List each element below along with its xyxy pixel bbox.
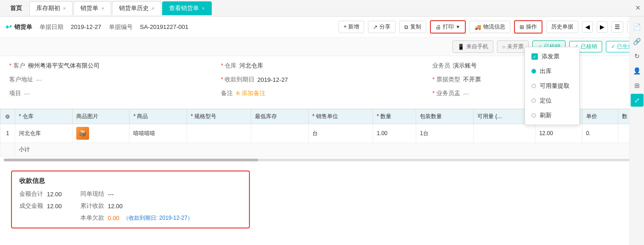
doc-title-text: 销货单 [14, 23, 32, 31]
available-label: 可用量提取 [540, 82, 570, 90]
th-image: 商品图片 [72, 109, 130, 124]
dropdown-out-stock[interactable]: 出库 [525, 64, 579, 79]
cumulative-label: 累计收款 [80, 202, 104, 210]
customer-label: 客户 [9, 62, 25, 70]
payment-date-label: 收款到期日 [221, 75, 255, 84]
from-phone-label: 来自手机 [466, 43, 488, 51]
doc-title-icon: ↩ [6, 23, 11, 31]
tab-sales-order[interactable]: 销货单 × [73, 1, 111, 15]
doc-actions: + 新增 ↗ 分享 ⧉ 复制 🖨 打印 ▼ 🚚 物流信息 ⊞ 操作 [339, 20, 638, 34]
row-current: 12.00 [535, 124, 582, 143]
salesperson2-value: --- [463, 90, 469, 97]
add-remark-button[interactable]: ⊕ 添加备注 [236, 89, 266, 97]
dropdown-available[interactable]: 可用量提取 [525, 79, 579, 93]
dropdown-refresh[interactable]: 刷新 [525, 108, 579, 123]
row-available [473, 124, 535, 143]
payment-col-right: 同单现结 --- 累计收款 12.00 本单欠款 0.00 （收款到期日: 20… [80, 190, 193, 222]
due-value: 0.00 [108, 215, 119, 222]
table-scroll-thumb [4, 159, 258, 161]
salesperson-label: 业务员 [432, 62, 450, 70]
table-scrollbar-area [0, 157, 644, 163]
row-quantity: 1.00 [373, 124, 416, 143]
next-button[interactable]: ▶ [597, 21, 608, 33]
warehouse-label: 仓库 [221, 62, 237, 70]
history-button[interactable]: 历史单据 [546, 21, 578, 33]
doc-header: ↩ 销货单 单据日期 2019-12-27 单据编号 SA-20191227-0… [0, 17, 644, 38]
operate-label: 操作 [526, 23, 537, 31]
total-value: 12.00 [47, 191, 62, 198]
doc-meta: 单据日期 2019-12-27 单据编号 SA-20191227-001 [40, 23, 188, 31]
date-label: 单据日期 [40, 23, 63, 31]
sidebar-doc-icon[interactable]: 📄 [631, 20, 644, 33]
cumulative-row: 累计收款 12.00 [80, 202, 193, 210]
tab-inventory-init[interactable]: 库存期初 × [29, 1, 73, 15]
row-min-stock [251, 124, 309, 143]
project-value: --- [24, 90, 30, 97]
remark-label: 备注 [221, 89, 233, 97]
operate-icon: ⊞ [520, 24, 524, 30]
tab-inventory-close[interactable]: × [63, 6, 66, 11]
list-view-button[interactable]: ☰ [611, 21, 623, 33]
window-close-button[interactable]: × [635, 3, 640, 13]
tab-sales-close[interactable]: × [101, 6, 104, 11]
share-button[interactable]: ↗ 分享 [368, 21, 395, 33]
main-content: ↩ 销货单 单据日期 2019-12-27 单据编号 SA-20191227-0… [0, 17, 644, 245]
payment-deal-row: 成交金额 12.00 [19, 202, 62, 210]
phone-icon: 📱 [458, 44, 464, 50]
row-pack-qty: 1台 [416, 124, 474, 143]
tab-sales-history[interactable]: 销货单历史 × [112, 1, 161, 15]
not-open-icon: ○ [502, 44, 505, 50]
number-label: 单据编号 [109, 23, 133, 31]
print-dropdown-icon: ▼ [456, 24, 460, 29]
same-order-label: 同单现结 [80, 190, 104, 198]
tab-view-close[interactable]: × [202, 6, 204, 11]
radio-available[interactable] [531, 84, 536, 88]
not-open-button[interactable]: ○ 未开票 [497, 40, 529, 53]
dropdown-add-invoice[interactable]: ✓ 添发票 [525, 49, 579, 64]
share-icon: ↗ [373, 24, 378, 30]
total-label: 金额合计 [19, 190, 43, 198]
date-value: 2019-12-27 [71, 23, 102, 30]
prev-button[interactable]: ◀ [582, 21, 593, 33]
warehouse-value: 河北仓库 [239, 62, 263, 70]
dropdown-location[interactable]: 定位 [525, 93, 579, 108]
copy-button[interactable]: ⧉ 复制 [399, 21, 426, 33]
subtotal-cell [0, 143, 15, 157]
th-spec: * 规格型号 [187, 109, 251, 124]
radio-out-stock[interactable] [531, 69, 536, 74]
from-phone-button[interactable]: 📱 来自手机 [452, 40, 493, 53]
tab-view-sales[interactable]: 查看销货单 × [162, 1, 211, 15]
th-unit: * 销售单位 [309, 109, 373, 124]
new-button[interactable]: + 新增 [339, 21, 364, 33]
location-label: 定位 [540, 97, 552, 105]
sidebar-grid-icon[interactable]: ⊞ [631, 79, 644, 92]
payment-box: 收款信息 金额合计 12.00 成交金额 12.00 同单现结 --- [11, 171, 250, 228]
radio-refresh[interactable] [531, 113, 536, 118]
table-scrollbar[interactable] [4, 159, 640, 161]
operate-button[interactable]: ⊞ 操作 [514, 20, 542, 34]
due-row: 本单欠款 0.00 （收款到期日: 2019-12-27） [80, 214, 193, 222]
sidebar-rotate-icon[interactable]: ↻ [631, 50, 644, 63]
radio-location[interactable] [531, 98, 536, 103]
customer-field: 客户 柳州粤港平安气体有限公司 [9, 62, 212, 70]
copy-icon: ⧉ [404, 24, 408, 30]
logistics-button[interactable]: 🚚 物流信息 [469, 21, 510, 33]
payment-title: 收款信息 [19, 177, 242, 185]
same-order-value: --- [108, 191, 114, 198]
print-button[interactable]: 🖨 打印 ▼ [430, 20, 466, 34]
tab-inventory-label: 库存期初 [36, 4, 60, 12]
same-order-row: 同单现结 --- [80, 190, 193, 198]
ticket-type-value: 不开票 [463, 75, 481, 84]
tab-history-close[interactable]: × [152, 6, 154, 11]
copy-label: 复制 [410, 23, 421, 31]
remark-field: 备注 ⊕ 添加备注 [221, 89, 424, 97]
sidebar-link-icon[interactable]: 🔗 [631, 35, 644, 48]
th-settings[interactable]: ⚙ [0, 109, 15, 124]
tab-home[interactable]: 首页 [4, 1, 28, 15]
sidebar-user-icon[interactable]: 👤 [631, 64, 644, 77]
print-label: 打印 [443, 23, 454, 31]
sold-label: 已核销 [581, 43, 597, 50]
address-field: 客户地址 --- [9, 75, 212, 84]
sidebar-expand-icon[interactable]: ⤢ [631, 94, 644, 107]
checkbox-add-invoice[interactable]: ✓ [531, 53, 538, 60]
